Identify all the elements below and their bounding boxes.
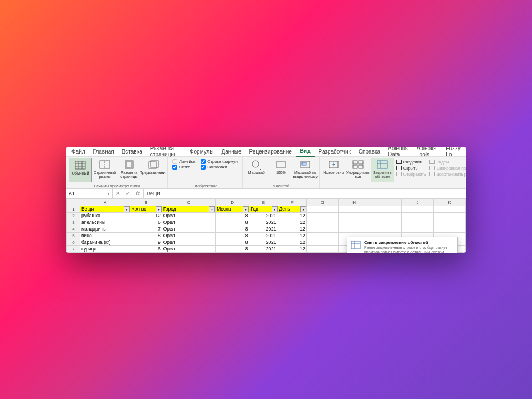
cell[interactable] bbox=[306, 232, 338, 239]
split-button[interactable]: Разделить bbox=[396, 159, 426, 165]
row-header[interactable]: 1 bbox=[67, 206, 80, 212]
cell[interactable]: 8 bbox=[216, 226, 249, 232]
zoom-selection-button[interactable]: Масштаб по выделенному bbox=[294, 158, 317, 182]
gridlines-checkbox[interactable]: Сетка bbox=[172, 165, 195, 170]
cell[interactable]: Орел bbox=[162, 232, 215, 239]
cell[interactable]: мандарины bbox=[80, 226, 130, 232]
hide-button[interactable]: Скрыть bbox=[396, 165, 426, 171]
tab-formulas[interactable]: Формулы bbox=[186, 147, 218, 156]
col-header-h[interactable]: H bbox=[338, 199, 370, 206]
filter-dropdown-icon[interactable]: ▾ bbox=[300, 206, 306, 212]
cell[interactable] bbox=[306, 212, 338, 219]
col-header-i[interactable]: I bbox=[370, 199, 402, 206]
cell[interactable]: 12 bbox=[278, 232, 306, 239]
col-header-f[interactable]: F bbox=[278, 199, 306, 206]
cell[interactable]: Орел bbox=[162, 212, 215, 219]
cell[interactable]: 2021 bbox=[249, 245, 278, 252]
cell[interactable]: 2021 bbox=[249, 239, 278, 245]
select-all-corner[interactable] bbox=[67, 199, 80, 206]
cell[interactable]: 8 bbox=[216, 232, 249, 239]
cell[interactable] bbox=[433, 226, 465, 232]
cell[interactable]: 6 bbox=[130, 219, 162, 226]
fx-button[interactable]: fx bbox=[133, 189, 143, 198]
tab-help[interactable]: Справка bbox=[355, 147, 384, 156]
cell[interactable]: 2021 bbox=[249, 212, 278, 219]
cell[interactable]: баранина (кг) bbox=[80, 239, 130, 245]
cell[interactable] bbox=[402, 206, 433, 212]
cell[interactable] bbox=[433, 219, 465, 226]
cell[interactable]: Орел bbox=[162, 245, 215, 252]
tab-file[interactable]: Файл bbox=[68, 147, 89, 156]
cancel-formula-button[interactable]: ✕ bbox=[113, 189, 123, 198]
filter-dropdown-icon[interactable]: ▾ bbox=[156, 206, 162, 212]
formula-input[interactable]: Вещи bbox=[144, 191, 466, 196]
cell[interactable]: 8 bbox=[216, 239, 249, 245]
cell[interactable]: 7 bbox=[130, 226, 162, 232]
accept-formula-button[interactable]: ✓ bbox=[123, 189, 133, 198]
cell[interactable]: 12 bbox=[130, 212, 162, 219]
cell[interactable]: 2021 bbox=[249, 219, 278, 226]
tab-review[interactable]: Рецензирование bbox=[245, 147, 296, 156]
cell[interactable] bbox=[338, 219, 370, 226]
cell[interactable]: рубашка bbox=[80, 212, 130, 219]
cell[interactable]: 2021 bbox=[249, 232, 278, 239]
cell[interactable]: 8 bbox=[216, 212, 249, 219]
row-header[interactable]: 7 bbox=[67, 245, 80, 252]
freeze-panes-button[interactable]: * Закрепить области bbox=[371, 158, 394, 182]
tab-insert[interactable]: Вставка bbox=[118, 147, 146, 156]
arrange-all-button[interactable]: Упорядочить все bbox=[346, 158, 370, 182]
cell[interactable]: Месяц▾ bbox=[216, 206, 249, 212]
page-layout-button[interactable]: Разметка страницы bbox=[117, 158, 141, 182]
col-header-g[interactable]: G bbox=[306, 199, 338, 206]
tab-home[interactable]: Главная bbox=[89, 147, 118, 156]
row-header[interactable]: 4 bbox=[67, 226, 80, 232]
cell[interactable] bbox=[402, 219, 433, 226]
tab-data[interactable]: Данные bbox=[217, 147, 245, 156]
cell[interactable] bbox=[433, 206, 465, 212]
cell[interactable] bbox=[306, 239, 338, 245]
cell[interactable]: 12 bbox=[278, 245, 306, 252]
cell[interactable]: 2021 bbox=[249, 226, 278, 232]
cell[interactable] bbox=[370, 219, 402, 226]
filter-dropdown-icon[interactable]: ▾ bbox=[272, 206, 278, 212]
col-header-j[interactable]: J bbox=[402, 199, 433, 206]
col-header-c[interactable]: C bbox=[162, 199, 215, 206]
row-header[interactable]: 5 bbox=[67, 232, 80, 239]
cell[interactable]: Орел bbox=[162, 239, 215, 245]
cell[interactable]: 8 bbox=[216, 245, 249, 252]
cell[interactable] bbox=[402, 212, 433, 219]
cell[interactable] bbox=[402, 226, 433, 232]
headings-checkbox[interactable]: Заголовки bbox=[201, 165, 238, 170]
cell[interactable]: 12 bbox=[278, 212, 306, 219]
cell[interactable]: 12 bbox=[278, 239, 306, 245]
row-header[interactable]: 3 bbox=[67, 219, 80, 226]
normal-view-button[interactable]: Обычный bbox=[69, 158, 92, 182]
cell[interactable] bbox=[370, 206, 402, 212]
cell[interactable] bbox=[306, 245, 338, 252]
col-header-b[interactable]: B bbox=[130, 199, 162, 206]
cell[interactable]: Вещи▾ bbox=[80, 206, 130, 212]
cell[interactable]: 12 bbox=[278, 226, 306, 232]
col-header-k[interactable]: K bbox=[433, 199, 465, 206]
cell[interactable]: 12 bbox=[278, 219, 306, 226]
name-box[interactable]: A1 ▼ bbox=[66, 189, 113, 198]
tab-developer[interactable]: Разработчик bbox=[315, 147, 355, 156]
cell[interactable] bbox=[370, 212, 402, 219]
cell[interactable]: Кол-во▾ bbox=[130, 206, 162, 212]
zoom-100-button[interactable]: 100% bbox=[269, 158, 293, 182]
custom-views-button[interactable]: Представления bbox=[142, 158, 165, 182]
col-header-a[interactable]: A bbox=[80, 199, 130, 206]
filter-dropdown-icon[interactable]: ▾ bbox=[243, 206, 249, 212]
cell[interactable]: курица bbox=[80, 245, 130, 252]
cell[interactable] bbox=[338, 226, 370, 232]
row-header[interactable]: 6 bbox=[67, 239, 80, 245]
cell[interactable] bbox=[338, 212, 370, 219]
cell[interactable]: 9 bbox=[130, 239, 162, 245]
filter-dropdown-icon[interactable]: ▾ bbox=[209, 206, 215, 212]
cell[interactable]: Орел bbox=[162, 226, 215, 232]
cell[interactable]: 6 bbox=[130, 245, 162, 252]
zoom-button[interactable]: Масштаб bbox=[245, 158, 268, 182]
new-window-button[interactable]: + Новое окно bbox=[322, 158, 345, 182]
page-break-view-button[interactable]: Страничный режим bbox=[93, 158, 116, 182]
cell[interactable]: Год▾ bbox=[249, 206, 278, 212]
